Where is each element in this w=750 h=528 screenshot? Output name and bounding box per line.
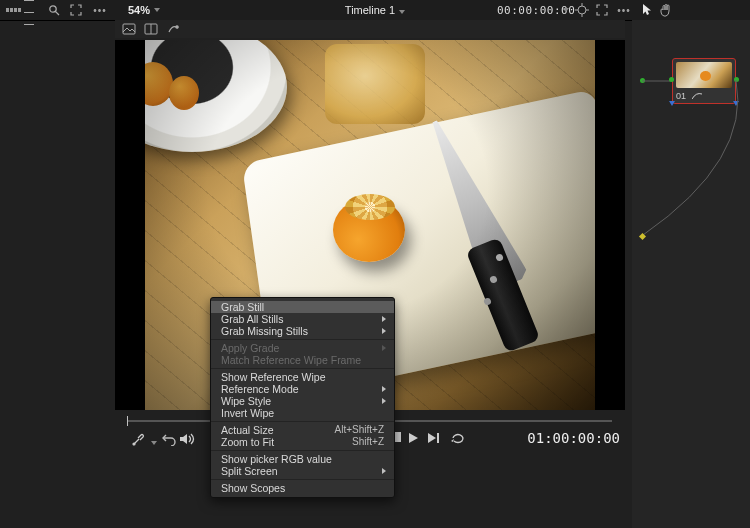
play-button[interactable] — [408, 431, 420, 445]
menu-grab-all-stills[interactable]: Grab All Stills — [211, 313, 394, 325]
kebab-icon[interactable]: ••• — [614, 0, 634, 20]
svg-point-0 — [50, 6, 56, 12]
chevron-down-icon[interactable] — [147, 435, 157, 447]
hand-tool-icon[interactable] — [658, 0, 674, 20]
chevron-right-icon — [382, 386, 386, 392]
reticle-icon[interactable] — [574, 0, 590, 20]
chevron-down-icon — [154, 8, 160, 12]
chevron-down-icon[interactable] — [558, 0, 570, 20]
zoom-dropdown[interactable]: 54% — [122, 0, 166, 20]
svg-rect-14 — [437, 433, 439, 443]
menu-zoom-to-fit[interactable]: Zoom to FitShift+Z — [211, 436, 394, 448]
chevron-right-icon — [382, 345, 386, 351]
menu-grab-missing-stills[interactable]: Grab Missing Stills — [211, 325, 394, 337]
menu-actual-size[interactable]: Actual SizeAlt+Shift+Z — [211, 424, 394, 436]
chevron-right-icon — [382, 398, 386, 404]
menu-match-reference: Match Reference Wipe Frame — [211, 354, 394, 366]
grid-view-icon[interactable] — [6, 0, 22, 20]
undo-icon[interactable] — [161, 432, 177, 446]
expand-icon[interactable] — [68, 0, 84, 20]
mute-toggle-icon[interactable] — [179, 432, 195, 446]
svg-point-10 — [176, 26, 178, 28]
timeline-title-dropdown[interactable]: Timeline 1 — [345, 4, 405, 16]
picker-tool-icon[interactable] — [132, 432, 146, 446]
menu-split-screen[interactable]: Split Screen — [211, 465, 394, 477]
split-mode-icon[interactable] — [143, 20, 159, 38]
menu-invert-wipe[interactable]: Invert Wipe — [211, 407, 394, 419]
svg-point-11 — [133, 443, 135, 445]
chevron-right-icon — [382, 468, 386, 474]
chevron-right-icon — [382, 328, 386, 334]
viewer-context-menu: Grab Still Grab All Stills Grab Missing … — [210, 297, 395, 498]
top-toolbar: ••• 54% Timeline 1 00:00:00:00 ••• — [0, 0, 750, 21]
menu-wipe-style[interactable]: Wipe Style — [211, 395, 394, 407]
menu-grab-still[interactable]: Grab Still — [211, 301, 394, 313]
svg-point-2 — [578, 6, 586, 14]
node-graph-panel[interactable]: 01 — [632, 20, 750, 528]
menu-show-reference-wipe[interactable]: Show Reference Wipe — [211, 371, 394, 383]
search-icon[interactable] — [46, 0, 62, 20]
image-mode-icon[interactable] — [121, 20, 137, 38]
menu-show-picker-rgb[interactable]: Show picker RGB value — [211, 453, 394, 465]
menu-apply-grade: Apply Grade — [211, 342, 394, 354]
pointer-tool-icon[interactable] — [640, 0, 654, 20]
menu-show-scopes[interactable]: Show Scopes — [211, 482, 394, 494]
svg-line-1 — [56, 12, 59, 15]
node-connector — [643, 80, 743, 260]
kebab-icon[interactable]: ••• — [90, 0, 110, 20]
menu-reference-mode[interactable]: Reference Mode — [211, 383, 394, 395]
chevron-down-icon — [399, 10, 405, 14]
list-view-icon[interactable] — [24, 0, 40, 20]
record-timecode[interactable]: 01:00:00:00 — [527, 430, 620, 446]
viewer-toolbar — [115, 20, 625, 38]
chevron-right-icon — [382, 316, 386, 322]
loop-button[interactable] — [450, 431, 466, 445]
expand-icon[interactable] — [594, 0, 610, 20]
svg-rect-7 — [123, 24, 135, 34]
fx-mode-icon[interactable] — [165, 20, 181, 38]
next-clip-button[interactable] — [426, 431, 440, 445]
